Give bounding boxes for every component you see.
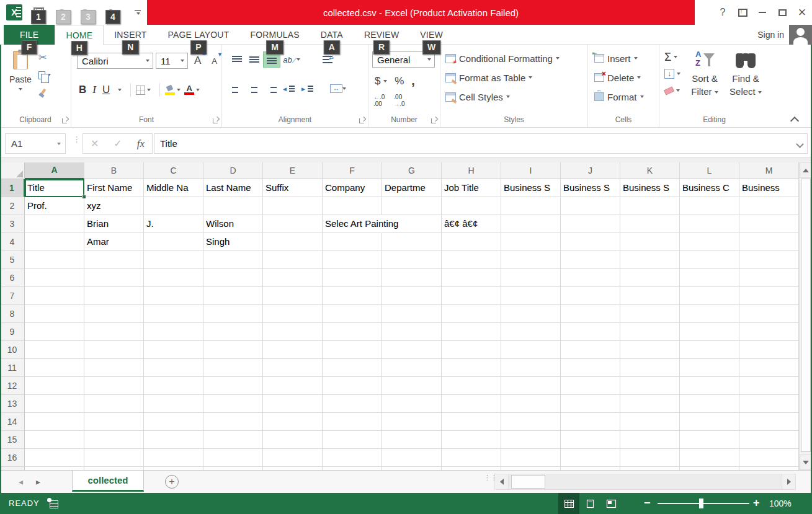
enter-icon[interactable]: ✓ xyxy=(114,138,122,149)
cell-J12[interactable] xyxy=(561,377,620,395)
cell-C3[interactable]: J. xyxy=(144,215,203,233)
cell-J1[interactable]: Business S xyxy=(561,179,620,197)
cell-A12[interactable] xyxy=(25,377,84,395)
cell-E13[interactable] xyxy=(263,395,323,413)
column-header-B[interactable]: B xyxy=(84,162,144,179)
percent-style-button[interactable]: % xyxy=(395,75,404,87)
paste-button[interactable]: Paste xyxy=(4,50,37,114)
cell-I2[interactable] xyxy=(501,197,561,215)
cell-G1[interactable]: Departme xyxy=(382,179,442,197)
sign-in-link[interactable]: Sign in xyxy=(757,30,784,40)
cell-I5[interactable] xyxy=(501,251,561,269)
zoom-in-button[interactable]: + xyxy=(753,497,760,510)
cell-H8[interactable] xyxy=(442,305,501,323)
cell-B9[interactable] xyxy=(84,323,144,341)
cell-K3[interactable] xyxy=(620,215,680,233)
cell-F10[interactable] xyxy=(323,341,382,359)
cell-L3[interactable] xyxy=(680,215,739,233)
cell-E5[interactable] xyxy=(263,251,323,269)
cell-K8[interactable] xyxy=(620,305,680,323)
cell-I3[interactable] xyxy=(501,215,561,233)
top-align-button[interactable] xyxy=(228,51,246,68)
cell-C16[interactable] xyxy=(144,449,203,467)
tab-file[interactable]: FILEF xyxy=(4,25,55,45)
fill-color-dropdown-icon[interactable] xyxy=(177,89,181,91)
format-painter-button[interactable] xyxy=(38,87,51,99)
cell-L8[interactable] xyxy=(680,305,739,323)
cell-F2[interactable] xyxy=(323,197,382,215)
column-header-I[interactable]: I xyxy=(501,162,561,179)
zoom-out-button[interactable]: − xyxy=(644,497,651,510)
vertical-scrollbar[interactable] xyxy=(799,162,812,470)
cell-M11[interactable] xyxy=(739,359,799,377)
cell-D7[interactable] xyxy=(203,287,263,305)
cell-J9[interactable] xyxy=(561,323,620,341)
insert-function-icon[interactable]: fx xyxy=(137,138,145,150)
tab-data[interactable]: DATAA xyxy=(310,25,354,45)
cell-A8[interactable] xyxy=(25,305,84,323)
cell-E14[interactable] xyxy=(263,413,323,431)
cell-K12[interactable] xyxy=(620,377,680,395)
cell-H5[interactable] xyxy=(442,251,501,269)
cell-E15[interactable] xyxy=(263,431,323,449)
cell-J5[interactable] xyxy=(561,251,620,269)
cell-B16[interactable] xyxy=(84,449,144,467)
customize-qat-button[interactable] xyxy=(125,2,150,22)
cell-I15[interactable] xyxy=(501,431,561,449)
cell-G9[interactable] xyxy=(382,323,442,341)
cell-F4[interactable] xyxy=(323,233,382,251)
row-header-4[interactable]: 4 xyxy=(0,233,25,251)
cell-H7[interactable] xyxy=(442,287,501,305)
cell-C9[interactable] xyxy=(144,323,203,341)
cell-J4[interactable] xyxy=(561,233,620,251)
tab-page-layout[interactable]: PAGE LAYOUTP xyxy=(157,25,239,45)
decrease-indent-button[interactable]: ◄ xyxy=(280,81,299,97)
cell-H1[interactable]: Job Title xyxy=(442,179,501,197)
cell-A4[interactable] xyxy=(25,233,84,251)
cell-D4[interactable]: Singh xyxy=(203,233,263,251)
expand-formula-bar-icon[interactable] xyxy=(797,141,803,148)
cell-G5[interactable] xyxy=(382,251,442,269)
orientation-button[interactable]: ab xyxy=(280,51,303,68)
font-name-combo[interactable]: Calibri xyxy=(77,53,153,69)
column-header-C[interactable]: C xyxy=(144,162,203,179)
cell-E8[interactable] xyxy=(263,305,323,323)
cell-K13[interactable] xyxy=(620,395,680,413)
cell-I1[interactable]: Business S xyxy=(501,179,561,197)
cell-H12[interactable] xyxy=(442,377,501,395)
cell-B2[interactable]: xyz xyxy=(84,197,144,215)
cell-J11[interactable] xyxy=(561,359,620,377)
row-header-10[interactable]: 10 xyxy=(0,341,25,359)
cell-I11[interactable] xyxy=(501,359,561,377)
cell-E9[interactable] xyxy=(263,323,323,341)
cell-I14[interactable] xyxy=(501,413,561,431)
cell-H10[interactable] xyxy=(442,341,501,359)
clear-button[interactable] xyxy=(664,84,680,97)
find-select-button[interactable]: Find &Select xyxy=(726,50,765,98)
cell-F12[interactable] xyxy=(323,377,382,395)
number-dialog-launcher-icon[interactable] xyxy=(431,117,438,123)
cell-M5[interactable] xyxy=(739,251,799,269)
column-header-A[interactable]: A xyxy=(25,162,84,179)
font-color-dropdown-icon[interactable] xyxy=(196,89,200,91)
cell-I4[interactable] xyxy=(501,233,561,251)
horizontal-scrollbar[interactable] xyxy=(494,474,796,490)
cell-A3[interactable] xyxy=(25,215,84,233)
cell-B14[interactable] xyxy=(84,413,144,431)
cell-B7[interactable] xyxy=(84,287,144,305)
cell-L9[interactable] xyxy=(680,323,739,341)
row-header-8[interactable]: 8 xyxy=(0,305,25,323)
cell-G4[interactable] xyxy=(382,233,442,251)
cell-M3[interactable] xyxy=(739,215,799,233)
cell-B5[interactable] xyxy=(84,251,144,269)
cell-L14[interactable] xyxy=(680,413,739,431)
delete-cells-button[interactable]: Delete xyxy=(594,69,641,86)
middle-align-button[interactable] xyxy=(246,51,263,68)
cell-D9[interactable] xyxy=(203,323,263,341)
cell-B8[interactable] xyxy=(84,305,144,323)
accounting-format-button[interactable]: $ xyxy=(375,75,387,87)
cell-M4[interactable] xyxy=(739,233,799,251)
macro-record-icon[interactable] xyxy=(47,498,58,508)
cell-F14[interactable] xyxy=(323,413,382,431)
decrease-decimal-button[interactable]: .00→.0 xyxy=(393,94,404,107)
